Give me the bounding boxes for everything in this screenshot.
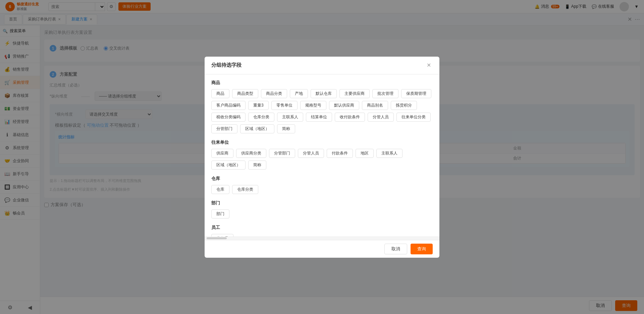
modal-dialog: 分组待选字段 ✕ 商品 商品 商品类型 商品分类 产地 默认仓库 主要供应商 批… [205, 57, 439, 258]
tag-default-supplier[interactable]: 默认供应商 [329, 101, 359, 110]
tag-payment-terms[interactable]: 收付款条件 [335, 113, 365, 122]
tag-customer-code[interactable]: 客户商品编码 [211, 101, 246, 110]
tag-pick-points[interactable]: 拣货积分 [391, 101, 417, 110]
section-employee: 员工 业务员 [211, 225, 433, 237]
tag-supplier-category[interactable]: 供应商分类 [236, 149, 266, 158]
tag-partner-contact[interactable]: 主联系人 [376, 149, 402, 158]
tag-goods-alias[interactable]: 商品别名 [362, 101, 388, 110]
modal-close-button[interactable]: ✕ [425, 61, 433, 69]
tag-goods[interactable]: 商品 [211, 89, 229, 98]
tag-default-warehouse[interactable]: 默认仓库 [311, 89, 337, 98]
tag-partner-dept[interactable]: 分管部门 [269, 149, 295, 158]
tag-region-goods[interactable]: 区域（地区） [240, 124, 274, 133]
modal-header: 分组待选字段 ✕ [205, 57, 439, 74]
modal-cancel-button[interactable]: 取消 [384, 244, 407, 254]
tag-spec-model[interactable]: 规格型号 [300, 101, 326, 110]
section-warehouse-title: 仓库 [211, 176, 433, 182]
tag-region-partner[interactable]: 区域（地区） [211, 161, 246, 170]
modal-overlay: 分组待选字段 ✕ 商品 商品 商品类型 商品分类 产地 默认仓库 主要供应商 批… [0, 0, 644, 314]
tag-area[interactable]: 地区 [356, 149, 374, 158]
section-dept-tags: 部门 [211, 209, 433, 218]
tag-expiry-mgmt[interactable]: 保质期管理 [401, 89, 431, 98]
section-goods: 商品 商品 商品类型 商品分类 产地 默认仓库 主要供应商 批次管理 保质期管理… [211, 80, 433, 133]
tag-origin[interactable]: 产地 [290, 89, 308, 98]
modal-footer: 取消 查询 [205, 240, 439, 258]
section-employee-title: 员工 [211, 225, 433, 231]
tag-payment-condition[interactable]: 付款条件 [327, 149, 353, 158]
tag-main-supplier[interactable]: 主要供应商 [339, 89, 370, 98]
tag-retail-unit[interactable]: 零售单位 [271, 101, 298, 110]
tag-batch-mgmt[interactable]: 批次管理 [372, 89, 398, 98]
modal-hscroll-thumb [207, 237, 227, 239]
tag-settlement-unit[interactable]: 结算单位 [306, 113, 332, 122]
modal-confirm-button[interactable]: 查询 [411, 244, 433, 254]
tag-weight[interactable]: 重量3 [248, 101, 269, 110]
modal-hscrollbar[interactable] [205, 237, 439, 240]
section-partner: 往来单位 供应商 供应商分类 分管部门 分管人员 付款条件 地区 主联系人 区域… [211, 139, 433, 170]
tag-supervisor[interactable]: 分管人员 [368, 113, 394, 122]
section-goods-tags: 商品 商品类型 商品分类 产地 默认仓库 主要供应商 批次管理 保质期管理 客户… [211, 89, 433, 133]
tag-salesperson[interactable]: 业务员 [211, 234, 233, 237]
tag-tax-code[interactable]: 税收分类编码 [211, 113, 246, 122]
section-partner-title: 往来单位 [211, 139, 433, 145]
modal-body[interactable]: 商品 商品 商品类型 商品分类 产地 默认仓库 主要供应商 批次管理 保质期管理… [205, 74, 439, 237]
tag-warehouse-category[interactable]: 仓库分类 [248, 113, 274, 122]
tag-supplier[interactable]: 供应商 [211, 149, 233, 158]
section-employee-tags: 业务员 [211, 234, 433, 237]
tag-goods-type[interactable]: 商品类型 [232, 89, 258, 98]
tag-short-name-partner[interactable]: 简称 [248, 161, 266, 170]
section-partner-tags: 供应商 供应商分类 分管部门 分管人员 付款条件 地区 主联系人 区域（地区） … [211, 149, 433, 170]
tag-short-name-goods[interactable]: 简称 [277, 124, 295, 133]
section-warehouse-tags: 仓库 仓库分类 [211, 185, 433, 194]
section-goods-title: 商品 [211, 80, 433, 86]
section-dept-title: 部门 [211, 200, 433, 206]
tag-goods-category[interactable]: 商品分类 [261, 89, 287, 98]
tag-dept[interactable]: 分管部门 [211, 124, 237, 133]
tag-department[interactable]: 部门 [211, 209, 229, 218]
tag-partner-category[interactable]: 往来单位分类 [396, 113, 431, 122]
section-warehouse: 仓库 仓库 仓库分类 [211, 176, 433, 194]
tag-main-contact[interactable]: 主联系人 [277, 113, 303, 122]
modal-title: 分组待选字段 [211, 62, 241, 68]
section-department: 部门 部门 [211, 200, 433, 218]
tag-warehouse[interactable]: 仓库 [211, 185, 229, 194]
tag-warehouse-cat[interactable]: 仓库分类 [232, 185, 258, 194]
tag-partner-supervisor[interactable]: 分管人员 [298, 149, 324, 158]
